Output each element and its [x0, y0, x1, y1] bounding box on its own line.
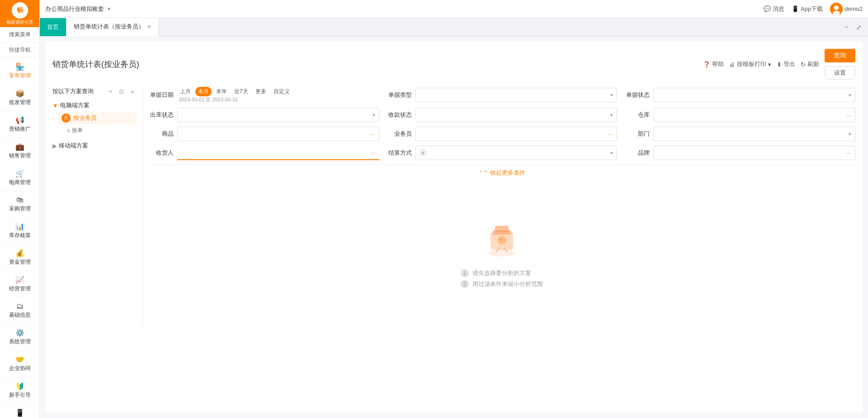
- sidebar-item-retail[interactable]: 🏪 零售管理: [0, 58, 39, 85]
- product-label: 商品: [148, 130, 174, 138]
- product-control[interactable]: ···: [177, 127, 379, 141]
- receiver-control[interactable]: ···: [177, 146, 379, 160]
- sidebar-item-system[interactable]: ⚙️ 系统管理: [0, 324, 39, 351]
- date-tab-this-year[interactable]: 本年: [213, 87, 230, 96]
- sidebar-item-enterprise[interactable]: 🤝 企业协同: [0, 351, 39, 377]
- sidebar-item-inventory[interactable]: 📊 库存核算: [0, 218, 39, 244]
- sidebar-item-apps[interactable]: 📱 应用中心: [0, 404, 39, 418]
- logo-text: 畅捷通好生意: [6, 19, 33, 25]
- doc-status-control[interactable]: ▾: [653, 88, 855, 102]
- brand-control[interactable]: ···: [653, 146, 855, 160]
- doc-type-chevron: ▾: [610, 92, 613, 98]
- warehouse-control[interactable]: ···: [653, 108, 855, 122]
- scheme-edit-btn[interactable]: ⊙: [117, 87, 126, 96]
- empty-illustration: ?: [479, 217, 524, 262]
- chevron-down-icon: ▼: [52, 102, 58, 109]
- tab-report[interactable]: 销货单统计表（按业务员） ✕: [66, 18, 159, 36]
- date-tabs: 上月 本月 本年 近7天 更多 自定义: [177, 87, 292, 96]
- help-icon: ❓: [703, 61, 710, 68]
- scheme-group-desktop: ▼ 电脑端方案 员 按业务员 ≡ 按单: [52, 100, 137, 136]
- date-tab-7days[interactable]: 近7天: [231, 87, 251, 96]
- avatar: [830, 3, 843, 15]
- guide-icon: 🔰: [2, 382, 38, 390]
- filter-collect-status: 收款状态 ▾: [387, 108, 618, 122]
- sidebar-item-wholesale[interactable]: 📦 批发管理: [0, 85, 39, 111]
- scheme-collapse-btn[interactable]: «: [128, 87, 137, 96]
- retail-icon: 🏪: [2, 62, 38, 71]
- refresh-btn[interactable]: ↻ 刷新: [801, 60, 819, 68]
- sidebar-item-guide[interactable]: 🔰 新手引导: [0, 377, 39, 404]
- sidebar-item-finance[interactable]: 💰 资金管理: [0, 244, 39, 271]
- tab-home[interactable]: 首页: [40, 18, 66, 36]
- date-tab-more[interactable]: 更多: [253, 87, 269, 96]
- scheme-add-btn[interactable]: +: [106, 87, 115, 96]
- date-tab-last-month[interactable]: 上月: [177, 87, 193, 96]
- scheme-panel-header: 按以下方案查询 + ⊙ «: [52, 87, 137, 96]
- date-filter-tabs: 上月 本月 本年 近7天 更多 自定义: [177, 87, 379, 96]
- date-range-text: 2023-03-01 至 2023-03-31: [179, 96, 379, 103]
- main-layout: 按以下方案查询 + ⊙ « ▼ 电脑端方案: [52, 87, 855, 324]
- sidebar-item-purchase[interactable]: 🛍 采购管理: [0, 191, 39, 218]
- brand-label: 品牌: [624, 149, 650, 157]
- sidebar-item-marketing[interactable]: 📢 营销推广: [0, 111, 39, 138]
- ship-status-label: 出库状态: [148, 111, 174, 119]
- tabbar: 首页 销货单统计表（按业务员） ✕ － ⤢: [40, 18, 868, 36]
- svg-point-1: [834, 5, 839, 10]
- settle-label: 结算方式: [387, 149, 412, 157]
- scheme-group-header-desktop[interactable]: ▼ 电脑端方案: [52, 100, 137, 111]
- quick-guide[interactable]: 快捷导航: [0, 43, 39, 58]
- topbar-left: 办公用品行业模拟账套 ▾: [45, 5, 111, 13]
- tip-num-2: 2: [461, 280, 469, 288]
- wholesale-icon: 📦: [2, 89, 38, 98]
- collapse-more-btn[interactable]: ⌃⌃ 收起更多条件: [148, 165, 855, 180]
- dept-control[interactable]: ▾: [653, 127, 855, 141]
- message-btn[interactable]: 💬 消息: [764, 5, 784, 13]
- home-tab-label: 首页: [47, 23, 59, 31]
- sidebar-item-basic[interactable]: 🗂 基础信息: [0, 298, 39, 324]
- date-tab-this-month[interactable]: 本月: [195, 87, 212, 96]
- staff-label: 业务员: [387, 130, 412, 138]
- marketing-icon: 📢: [2, 116, 38, 124]
- export-icon: ⬇: [777, 61, 782, 68]
- tab-minimize-btn[interactable]: －: [841, 22, 852, 33]
- sidebar-item-sales[interactable]: 💼 销售管理: [0, 138, 39, 165]
- print-btn[interactable]: 🖨 按模板打印 ▾: [729, 60, 771, 68]
- settle-control[interactable]: ✕ ▾: [415, 146, 618, 160]
- setting-button[interactable]: 设置: [825, 66, 855, 80]
- filter-row-1: 单据日期 上月 本月 本年 近7天 更多 自定义: [148, 87, 855, 103]
- sub-icon: ≡: [67, 128, 70, 134]
- scheme-item-by-staff[interactable]: 员 按业务员: [58, 111, 137, 125]
- collect-status-control[interactable]: ▾: [415, 108, 618, 122]
- app-download-btn[interactable]: 📱 App下载: [792, 5, 823, 13]
- tab-maximize-btn[interactable]: ⤢: [854, 22, 864, 33]
- sidebar: 畅 畅捷通好生意 搜索菜单 快捷导航 🏪 零售管理 📦 批发管理 📢 营销推广 …: [0, 0, 40, 418]
- settle-clear-btn[interactable]: ✕: [420, 149, 427, 157]
- topbar-dropdown-icon[interactable]: ▾: [108, 5, 111, 12]
- date-tab-custom[interactable]: 自定义: [271, 87, 292, 96]
- search-menu-btn[interactable]: 搜索菜单: [2, 31, 38, 38]
- sidebar-item-ecommerce[interactable]: 🛒 电商管理: [0, 165, 39, 191]
- scheme-group-label-mobile: 移动端方案: [59, 142, 88, 150]
- doc-type-control[interactable]: ▾: [415, 88, 618, 102]
- collect-status-chevron: ▾: [610, 112, 613, 118]
- export-btn[interactable]: ⬇ 导出: [777, 60, 795, 68]
- tab-close-btn[interactable]: ✕: [147, 24, 151, 30]
- sidebar-item-ops[interactable]: 📈 经营管理: [0, 271, 39, 298]
- collect-status-label: 收款状态: [387, 111, 412, 119]
- staff-control[interactable]: ···: [415, 127, 618, 141]
- svg-rect-6: [495, 226, 509, 232]
- scheme-sub-item-by-order[interactable]: ≡ 按单: [63, 125, 137, 136]
- scheme-item-icon-staff: 员: [61, 114, 71, 123]
- filter-row-3: 商品 ··· 业务员 ···: [148, 127, 855, 141]
- user-avatar-area[interactable]: demo2: [830, 3, 863, 15]
- purchase-icon: 🛍: [2, 196, 38, 204]
- scheme-group-header-mobile[interactable]: ▶ 移动端方案: [52, 140, 137, 152]
- date-label: 单据日期: [148, 91, 174, 99]
- help-btn[interactable]: ❓ 帮助: [703, 60, 724, 68]
- dept-label: 部门: [624, 130, 650, 138]
- ship-status-control[interactable]: ▾: [177, 108, 379, 122]
- query-button[interactable]: 查询: [825, 49, 855, 62]
- sidebar-nav: 🏪 零售管理 📦 批发管理 📢 营销推广 💼 销售管理 🛒 电商管理 🛍 采购管…: [0, 58, 39, 418]
- warehouse-label: 仓库: [624, 111, 650, 119]
- scheme-group-mobile: ▶ 移动端方案: [52, 140, 137, 152]
